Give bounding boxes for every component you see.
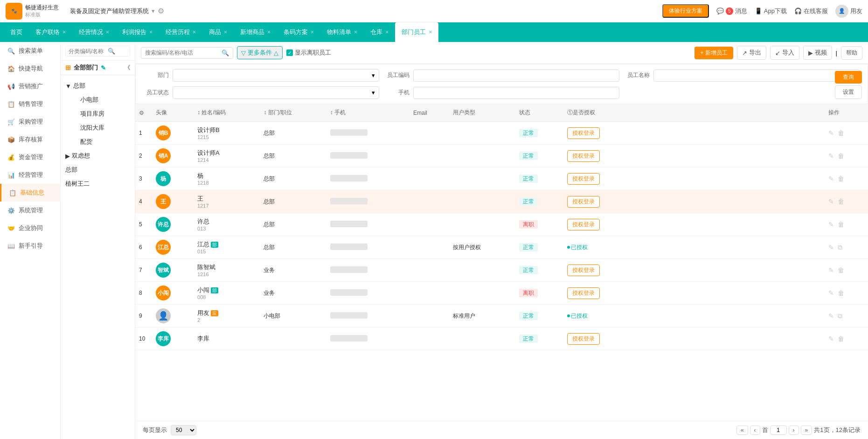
message-item[interactable]: 💬 5 消息 bbox=[716, 7, 747, 15]
tab-product[interactable]: 商品 × bbox=[202, 22, 234, 42]
edit-icon[interactable]: ✎ bbox=[828, 221, 834, 228]
close-icon[interactable]: × bbox=[385, 29, 389, 35]
dept-item-peihuo[interactable]: 配货 bbox=[61, 135, 135, 149]
user-item[interactable]: 👤 用友 bbox=[835, 5, 862, 18]
page-input[interactable] bbox=[770, 425, 787, 435]
close-icon[interactable]: × bbox=[354, 29, 357, 35]
tab-add-product[interactable]: 新增商品 × bbox=[234, 22, 277, 42]
close-icon[interactable]: × bbox=[149, 29, 153, 35]
phone-input[interactable] bbox=[413, 87, 620, 99]
edit-icon[interactable]: ✎ bbox=[101, 64, 106, 71]
copy-icon[interactable]: ⧉ bbox=[838, 244, 842, 251]
sidebar-item-inventory[interactable]: 📦 库存核算 bbox=[0, 131, 60, 148]
video-button[interactable]: ▶ 视频 bbox=[803, 46, 832, 60]
search-button[interactable]: 查询 bbox=[835, 71, 862, 84]
sidebar-item-basic[interactable]: 📋 基础信息 bbox=[0, 184, 60, 202]
dept-filter-select[interactable]: ▾ bbox=[173, 69, 379, 82]
service-item[interactable]: 🎧 在线客服 bbox=[794, 7, 828, 15]
next-page-button[interactable]: › bbox=[789, 425, 799, 435]
th-phone[interactable]: ↕ 手机 bbox=[326, 104, 410, 122]
delete-icon[interactable]: 🗑 bbox=[838, 129, 844, 137]
tab-barcode[interactable]: 条码方案 × bbox=[277, 22, 320, 42]
edit-icon[interactable]: ✎ bbox=[828, 289, 834, 297]
gear-icon[interactable]: ⚙ bbox=[158, 7, 164, 15]
help-button[interactable]: 帮助 bbox=[841, 46, 862, 60]
show-resign-toggle[interactable]: ✓ 显示离职员工 bbox=[286, 49, 331, 57]
sidebar-item-sales[interactable]: 📋 销售管理 bbox=[0, 95, 60, 113]
sidebar-item-system[interactable]: ⚙️ 系统管理 bbox=[0, 202, 60, 219]
dept-item-zongbu2[interactable]: 总部 bbox=[61, 163, 135, 177]
delete-icon[interactable]: 🗑 bbox=[838, 289, 844, 297]
system-dropdown-icon[interactable]: ▾ bbox=[152, 7, 155, 14]
dept-item-shuangluxiang[interactable]: ▶ 双虑想 bbox=[61, 149, 135, 163]
tab-profit[interactable]: 利润报告 × bbox=[116, 22, 159, 42]
auth-button[interactable]: 授权登录 bbox=[567, 196, 600, 208]
close-icon[interactable]: × bbox=[224, 29, 227, 35]
auth-button[interactable]: 授权登录 bbox=[567, 219, 600, 230]
close-icon[interactable]: × bbox=[429, 29, 432, 35]
auth-button[interactable]: 授权登录 bbox=[567, 127, 600, 139]
copy-icon[interactable]: ⧉ bbox=[838, 312, 842, 320]
auth-button[interactable]: 授权登录 bbox=[567, 333, 600, 345]
dept-item-shenyang[interactable]: 沈阳大库 bbox=[61, 121, 135, 135]
import-button[interactable]: ↙ 导入 bbox=[770, 46, 799, 60]
close-icon[interactable]: × bbox=[193, 29, 196, 35]
search-box[interactable]: 🔍 bbox=[141, 47, 233, 59]
page-size-select[interactable]: 50 20 100 bbox=[171, 425, 196, 435]
first-page-button[interactable]: « bbox=[736, 425, 748, 435]
more-filter-button[interactable]: ▽ 更多条件 △ bbox=[237, 46, 283, 59]
add-employee-button[interactable]: + 新增员工 bbox=[694, 47, 733, 59]
auth-button[interactable]: 授权登录 bbox=[567, 265, 600, 276]
delete-icon[interactable]: 🗑 bbox=[838, 152, 844, 160]
sidebar-item-operation[interactable]: 📊 经营管理 bbox=[0, 166, 60, 184]
dept-search-box[interactable]: 🔍 bbox=[65, 46, 130, 56]
prev-page-button[interactable]: ‹ bbox=[750, 425, 760, 435]
sidebar-item-finance[interactable]: 💰 资金管理 bbox=[0, 148, 60, 166]
last-page-button[interactable]: » bbox=[801, 425, 812, 435]
emp-code-input[interactable] bbox=[413, 70, 620, 82]
auth-button[interactable]: 授权登录 bbox=[567, 150, 600, 162]
delete-icon[interactable]: 🗑 bbox=[838, 335, 844, 342]
sidebar-item-marketing[interactable]: 📢 营销推广 bbox=[0, 77, 60, 95]
edit-icon[interactable]: ✎ bbox=[828, 266, 834, 274]
dept-item-zhishu[interactable]: 植树王二 bbox=[61, 177, 135, 191]
tab-bom[interactable]: 物料清单 × bbox=[320, 22, 364, 42]
delete-icon[interactable]: 🗑 bbox=[838, 198, 844, 205]
close-icon[interactable]: × bbox=[62, 29, 66, 35]
dept-item-project[interactable]: 项目库房 bbox=[61, 107, 135, 121]
delete-icon[interactable]: 🗑 bbox=[838, 266, 844, 274]
sidebar-item-collab[interactable]: 🤝 企业协同 bbox=[0, 219, 60, 237]
status-filter-select[interactable]: ▾ bbox=[173, 86, 379, 99]
reset-button[interactable]: 设置 bbox=[835, 85, 862, 99]
search-input[interactable] bbox=[145, 49, 220, 56]
tab-customer[interactable]: 客户联络 × bbox=[29, 22, 72, 42]
edit-icon[interactable]: ✎ bbox=[828, 175, 834, 182]
auth-button[interactable]: 授权登录 bbox=[567, 173, 600, 185]
close-icon[interactable]: × bbox=[106, 29, 109, 35]
dept-item-xiaodian[interactable]: 小电部 bbox=[61, 93, 135, 107]
emp-name-input[interactable] bbox=[653, 70, 860, 82]
app-download-item[interactable]: 📱 App下载 bbox=[755, 7, 787, 15]
tab-home[interactable]: 首页 bbox=[4, 22, 29, 42]
collapse-icon[interactable]: 《 bbox=[125, 64, 130, 72]
sidebar-item-quicknav[interactable]: 🏠 快捷导航 bbox=[0, 60, 60, 77]
tab-warehouse[interactable]: 仓库 × bbox=[364, 22, 395, 42]
auth-button[interactable]: 授权登录 bbox=[567, 287, 600, 299]
delete-icon[interactable]: 🗑 bbox=[838, 175, 844, 182]
edit-icon[interactable]: ✎ bbox=[828, 335, 834, 342]
delete-icon[interactable]: 🗑 bbox=[838, 221, 844, 228]
edit-icon[interactable]: ✎ bbox=[828, 244, 834, 251]
th-dept[interactable]: ↕ 部门/职位 bbox=[260, 104, 326, 122]
sidebar-item-purchase[interactable]: 🛒 采购管理 bbox=[0, 113, 60, 131]
export-button[interactable]: ↗ 导出 bbox=[737, 46, 766, 60]
edit-icon[interactable]: ✎ bbox=[828, 129, 834, 137]
close-icon[interactable]: × bbox=[267, 29, 271, 35]
dept-all-item[interactable]: ⊞ 全部部门 ✎ 《 bbox=[61, 61, 135, 75]
th-settings[interactable]: ⚙ bbox=[135, 104, 152, 122]
dept-item-zongbu[interactable]: ▼ 总部 bbox=[61, 79, 135, 93]
close-icon[interactable]: × bbox=[311, 29, 314, 35]
trial-button[interactable]: 体验行业方案 bbox=[662, 4, 709, 18]
sidebar-item-search[interactable]: 🔍 搜索菜单 bbox=[0, 42, 60, 60]
sidebar-item-guide[interactable]: 📖 新手引导 bbox=[0, 237, 60, 255]
tab-history[interactable]: 经营历程 × bbox=[159, 22, 202, 42]
